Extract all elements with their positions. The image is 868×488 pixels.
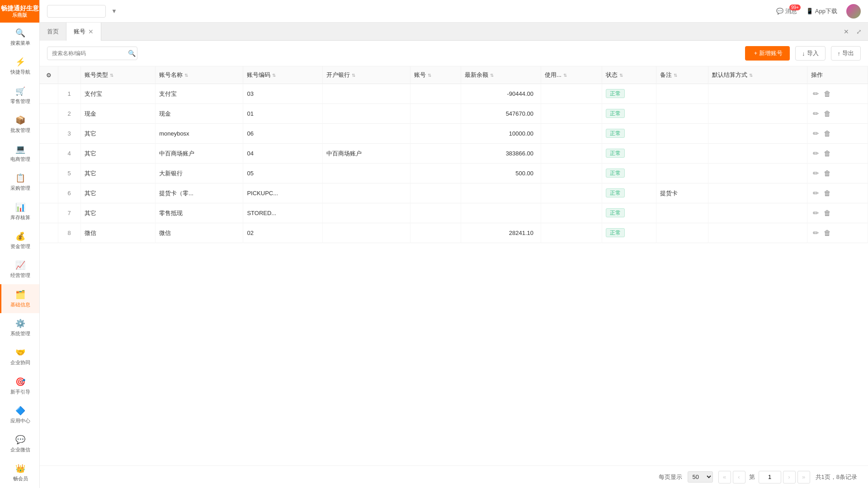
edit-button[interactable]: ✏	[811, 188, 821, 198]
purchase-icon: 📋	[15, 173, 25, 183]
edit-button[interactable]: ✏	[811, 228, 821, 238]
page-nav: « ‹ 第 › »	[718, 471, 810, 483]
import-button[interactable]: ↓ 导入	[795, 46, 826, 61]
sidebar-item-operations[interactable]: 📈 经营管理	[0, 255, 39, 284]
table-wrap: ⚙ 账号类型⇅ 账号名称⇅ 账号编码⇅ 开户银行⇅ 账号⇅ 最新余额⇅ 使用..…	[40, 66, 868, 465]
edit-button[interactable]: ✏	[811, 108, 821, 119]
sidebar-item-basicinfo[interactable]: 🗂️ 基础信息	[0, 284, 39, 313]
row-bank-cell	[322, 104, 410, 124]
page-size-select[interactable]: 50 20 100	[688, 471, 713, 483]
row-num-cell: 1	[58, 84, 80, 104]
sidebar-item-wholesale[interactable]: 📦 批发管理	[0, 110, 39, 139]
row-name-cell: 零售抵现	[156, 203, 243, 223]
next-page-button[interactable]: ›	[783, 471, 796, 483]
th-type[interactable]: 账号类型⇅	[80, 66, 156, 84]
export-button[interactable]: ↑ 导出	[831, 46, 861, 61]
app-download-button[interactable]: 📱 App下载	[806, 7, 837, 15]
delete-button[interactable]: 🗑	[822, 228, 833, 238]
sidebar-item-enterprise[interactable]: 🤝 企业协同	[0, 342, 39, 371]
top-search-input[interactable]	[47, 5, 106, 18]
row-type-cell: 其它	[80, 164, 156, 183]
sidebar-item-finance[interactable]: 💰 资金管理	[0, 226, 39, 255]
delete-button[interactable]: 🗑	[822, 89, 833, 99]
delete-button[interactable]: 🗑	[822, 109, 833, 119]
enterprise-icon: 🤝	[15, 347, 25, 357]
sidebar-item-quicknav[interactable]: ⚡ 快捷导航	[0, 52, 39, 80]
edit-button[interactable]: ✏	[811, 208, 821, 218]
row-action-cell: ✏ 🗑	[807, 164, 868, 183]
th-balance[interactable]: 最新余额⇅	[461, 66, 541, 84]
th-gear[interactable]: ⚙	[40, 66, 58, 84]
th-bank[interactable]: 开户银行⇅	[322, 66, 410, 84]
tab-close-all-button[interactable]: ✕	[841, 26, 852, 37]
th-usage[interactable]: 使用...⇅	[541, 66, 602, 84]
search-menu-icon: 🔍	[15, 28, 25, 38]
th-code[interactable]: 账号编码⇅	[243, 66, 322, 84]
row-name-cell: 中百商场账户	[156, 144, 243, 164]
row-num-cell: 6	[58, 183, 80, 203]
th-name[interactable]: 账号名称⇅	[156, 66, 243, 84]
page-input[interactable]	[759, 471, 781, 483]
edit-button[interactable]: ✏	[811, 128, 821, 139]
row-action-cell: ✏ 🗑	[807, 223, 868, 243]
delete-button[interactable]: 🗑	[822, 188, 833, 198]
add-account-button[interactable]: + 新增账号	[745, 46, 790, 61]
row-usage-cell	[541, 124, 602, 144]
header-left: ▼	[47, 5, 117, 18]
total-info: 共1页，8条记录	[816, 473, 857, 481]
delete-button[interactable]: 🗑	[822, 149, 833, 159]
th-account[interactable]: 账号⇅	[410, 66, 461, 84]
sidebar-item-guide[interactable]: 🎯 新手引导	[0, 371, 39, 400]
tab-maximize-button[interactable]: ⤢	[854, 26, 864, 37]
last-page-button[interactable]: »	[797, 471, 810, 483]
table-row: 4 其它 中百商场账户 04 中百商场账户 383866.00 正常 ✏ 🗑	[40, 144, 868, 164]
row-default-payment-cell	[708, 183, 807, 203]
delete-button[interactable]: 🗑	[822, 169, 833, 178]
sidebar-item-search[interactable]: 🔍 搜索菜单	[0, 23, 39, 52]
first-page-button[interactable]: «	[718, 471, 731, 483]
user-avatar[interactable]	[846, 4, 861, 19]
sidebar-item-member[interactable]: 👑 畅会员	[0, 458, 39, 487]
tab-home[interactable]: 首页	[40, 23, 66, 41]
operations-icon: 📈	[15, 260, 25, 270]
tab-account[interactable]: 账号 ✕	[66, 23, 101, 41]
delete-button[interactable]: 🗑	[822, 208, 833, 218]
sidebar-item-inventory[interactable]: 📊 库存核算	[0, 197, 39, 226]
edit-button[interactable]: ✏	[811, 168, 821, 178]
prev-page-button[interactable]: ‹	[733, 471, 745, 483]
row-type-cell: 其它	[80, 144, 156, 164]
status-badge: 正常	[606, 129, 625, 138]
row-action-cell: ✏ 🗑	[807, 104, 868, 124]
search-button[interactable]: 🔍	[124, 47, 137, 60]
sidebar-item-purchase[interactable]: 📋 采购管理	[0, 168, 39, 197]
sidebar-item-system[interactable]: ⚙️ 系统管理	[0, 313, 39, 342]
row-bank-cell	[322, 84, 410, 104]
export-icon: ↑	[838, 50, 841, 57]
edit-button[interactable]: ✏	[811, 148, 821, 159]
status-badge: 正常	[606, 89, 625, 98]
sidebar-item-appcenter[interactable]: 🔷 应用中心	[0, 400, 39, 429]
row-name-cell: 支付宝	[156, 84, 243, 104]
delete-button[interactable]: 🗑	[822, 129, 833, 139]
sidebar-item-retail[interactable]: 🛒 零售管理	[0, 81, 39, 110]
tab-account-close[interactable]: ✕	[88, 28, 94, 35]
row-account-cell	[410, 164, 461, 183]
messages-button[interactable]: 💬 消息 99+	[776, 7, 797, 15]
sidebar-item-corpwechat[interactable]: 💬 企业微信	[0, 429, 39, 458]
sidebar-item-ecommerce[interactable]: 💻 电商管理	[0, 139, 39, 168]
edit-button[interactable]: ✏	[811, 89, 821, 99]
row-account-cell	[410, 183, 461, 203]
th-status[interactable]: 状态⇅	[602, 66, 656, 84]
basicinfo-icon: 🗂️	[15, 290, 25, 300]
sidebar: 畅捷通好生意 乐燕版 🔍 搜索菜单 ⚡ 快捷导航 🛒 零售管理 📦 批发管理 💻…	[0, 0, 40, 488]
member-icon: 👑	[15, 464, 25, 474]
search-input[interactable]	[47, 47, 124, 59]
th-remark[interactable]: 备注⇅	[656, 66, 708, 84]
th-default-payment[interactable]: 默认结算方式⇅	[708, 66, 807, 84]
row-type-cell: 其它	[80, 203, 156, 223]
row-default-payment-cell	[708, 164, 807, 183]
main-area: ▼ 💬 消息 99+ 📱 App下载 首页 账号 ✕ ✕	[40, 0, 868, 488]
app-logo: 畅捷通好生意 乐燕版	[0, 0, 39, 23]
dropdown-icon[interactable]: ▼	[111, 8, 117, 14]
app-download-icon: 📱	[806, 8, 813, 14]
